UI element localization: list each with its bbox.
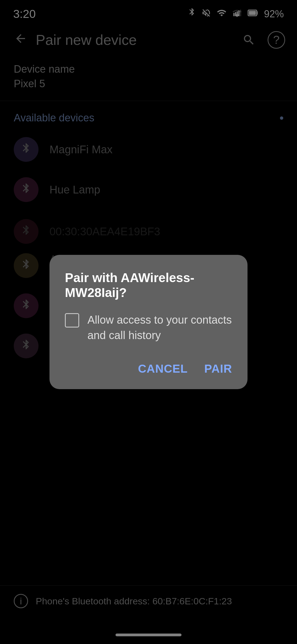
dialog-actions: Cancel Pair <box>65 359 232 378</box>
contacts-access-checkbox[interactable] <box>65 313 79 328</box>
dialog-title: Pair with AAWireless-MW28Iaij? <box>65 270 232 300</box>
dialog-checkbox-row: Allow access to your contacts and call h… <box>65 312 232 343</box>
dialog-checkbox-label: Allow access to your contacts and call h… <box>87 312 232 343</box>
pair-dialog: Pair with AAWireless-MW28Iaij? Allow acc… <box>50 255 248 389</box>
pair-button[interactable]: Pair <box>204 359 232 378</box>
cancel-button[interactable]: Cancel <box>138 359 188 378</box>
